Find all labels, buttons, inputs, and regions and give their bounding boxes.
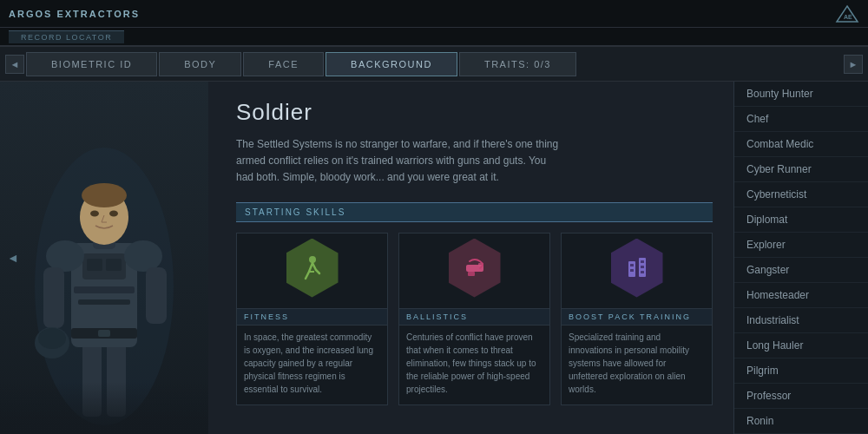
list-item[interactable]: Cyberneticist [734, 182, 868, 207]
svg-point-19 [109, 211, 118, 217]
app-title: ARGOS EXTRACTORS [9, 9, 140, 19]
nav-right-arrow[interactable]: ► [844, 55, 863, 74]
svg-rect-31 [630, 269, 634, 272]
main-content: ◄ [0, 82, 868, 434]
list-item[interactable]: Professor [734, 384, 868, 409]
svg-point-9 [46, 240, 84, 272]
skill-icon-area-fitness [237, 233, 387, 303]
background-list-panel: Bounty HunterChefCombat MedicCyber Runne… [733, 82, 868, 434]
skill-desc-ballistics: Centuries of conflict have proven that w… [399, 331, 549, 396]
skill-name-ballistics: BALLISTICS [399, 308, 549, 326]
skill-badge-ballistics [449, 239, 501, 298]
list-item[interactable]: Cyber Runner [734, 157, 868, 182]
skill-badge-boostpack [611, 239, 663, 298]
list-item[interactable]: Long Hauler [734, 333, 868, 358]
character-svg [17, 113, 191, 434]
list-item[interactable]: Combat Medic [734, 132, 868, 157]
svg-text:AE: AE [844, 14, 852, 20]
fitness-icon [297, 253, 328, 284]
svg-rect-8 [106, 259, 122, 271]
nav-left-arrow[interactable]: ◄ [5, 55, 24, 74]
skill-card-fitness: FITNESS In space, the greatest commodity… [236, 233, 388, 405]
character-panel: ◄ [0, 82, 208, 434]
svg-rect-23 [98, 330, 110, 337]
character-display [0, 82, 208, 434]
skill-icon-area-boostpack [562, 233, 712, 303]
background-title: Soldier [236, 99, 713, 126]
skill-badge-fitness [286, 239, 339, 298]
background-description: The Settled Systems is no stranger to wa… [236, 136, 566, 187]
tab-face[interactable]: FACE [243, 52, 324, 76]
list-item[interactable]: Diplomat [734, 207, 868, 233]
list-item[interactable]: Ronin [734, 409, 868, 434]
svg-rect-11 [43, 267, 64, 328]
svg-rect-7 [87, 259, 102, 271]
skill-desc-boostpack: Specialized training and innovations in … [562, 331, 712, 396]
list-item[interactable]: Chef [734, 107, 868, 132]
svg-rect-33 [641, 266, 644, 268]
skill-desc-fitness: In space, the greatest commodity is oxyg… [237, 331, 387, 396]
tab-biometric-id[interactable]: BIOMETRIC ID [26, 52, 157, 76]
tab-background[interactable]: BACKGROUND [326, 52, 457, 76]
tab-traits[interactable]: TRAITS: 0/3 [459, 52, 576, 76]
svg-rect-14 [146, 267, 167, 324]
list-item[interactable]: Bounty Hunter [734, 82, 868, 107]
svg-rect-21 [78, 299, 130, 305]
list-item[interactable]: Pilgrim [734, 358, 868, 384]
svg-point-18 [90, 211, 99, 217]
svg-rect-30 [630, 264, 634, 266]
list-item[interactable]: Gangster [734, 258, 868, 283]
skill-card-boostpack: BOOST PACK TRAINING Specialized training… [561, 233, 713, 405]
svg-point-17 [82, 183, 127, 207]
skill-name-fitness: FITNESS [237, 308, 387, 326]
skill-card-ballistics: BALLISTICS Centuries of conflict have pr… [398, 233, 550, 405]
starting-skills-header: STARTING SKILLS [236, 202, 713, 222]
list-item[interactable]: Industrialist [734, 308, 868, 333]
character-left-arrow[interactable]: ◄ [7, 251, 19, 265]
nav-tabs: ◄ BIOMETRIC ID BODY FACE BACKGROUND TRAI… [0, 47, 868, 82]
boostpack-icon [621, 253, 653, 284]
ae-logo: AE [835, 4, 859, 23]
list-item[interactable]: Homesteader [734, 283, 868, 308]
record-locator-label: RECORD LOCATOR [9, 30, 124, 43]
svg-rect-3 [82, 339, 102, 417]
svg-rect-20 [74, 286, 135, 293]
skill-icon-area-ballistics [399, 233, 549, 303]
ballistics-icon [459, 253, 490, 284]
skills-grid: FITNESS In space, the greatest commodity… [236, 233, 713, 405]
svg-point-13 [38, 328, 66, 349]
info-panel: Soldier The Settled Systems is no strang… [208, 82, 733, 434]
skill-name-boostpack: BOOST PACK TRAINING [562, 308, 712, 326]
svg-point-10 [124, 240, 162, 272]
record-locator-bar: RECORD LOCATOR [0, 28, 868, 47]
svg-rect-4 [107, 339, 126, 417]
svg-rect-34 [641, 271, 644, 273]
top-bar: ARGOS EXTRACTORS AE [0, 0, 868, 28]
svg-rect-32 [641, 260, 644, 263]
tab-body[interactable]: BODY [159, 52, 241, 76]
svg-rect-27 [468, 272, 475, 276]
list-item[interactable]: Explorer [734, 233, 868, 258]
